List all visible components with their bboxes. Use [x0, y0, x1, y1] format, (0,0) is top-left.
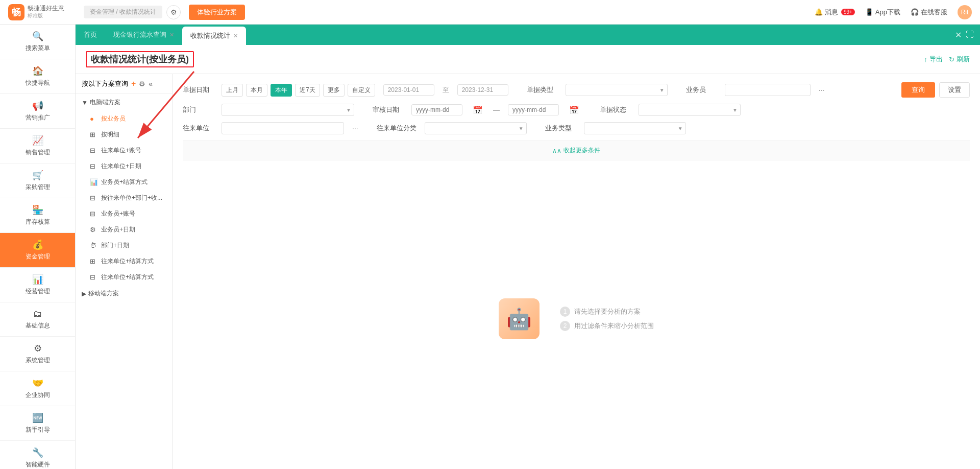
sidebar: 🔍 搜索菜单 🏠 快捷导航 📢 营销推广 📈 销售管理 🛒 采购管理 🏪 库存核… [0, 25, 76, 469]
sidebar-item-sales[interactable]: 📈 销售管理 [0, 129, 75, 163]
scheme-section-desktop[interactable]: ▼ 电脑端方案 [76, 94, 172, 111]
hint-text-0: 请先选择要分析的方案 [574, 307, 641, 316]
inventory-icon: 🏪 [32, 204, 43, 216]
sidebar-item-finance[interactable]: 💰 资金管理 [0, 233, 75, 268]
date-btn-this-year[interactable]: 本年 [271, 84, 292, 97]
date-to-input[interactable] [457, 84, 508, 96]
online-service-label: 在线客服 [921, 8, 947, 17]
set-button[interactable]: 设置 [939, 82, 970, 98]
partner-input[interactable] [222, 122, 344, 134]
top-nav-left: 资金管理 / 收款情况统计 ⚙ 体验行业方案 [84, 5, 815, 20]
scheme-item-icon-5: ⊟ [90, 194, 98, 202]
type-select[interactable] [566, 84, 668, 96]
tab-home[interactable]: 首页 [76, 25, 105, 45]
date-from-input[interactable] [383, 84, 434, 96]
refresh-label: 刷新 [957, 55, 970, 64]
scheme-item-6[interactable]: ⊟ 业务员+账号 [76, 206, 172, 222]
refresh-btn[interactable]: ↻ 刷新 [949, 55, 970, 64]
tab-receipt-close[interactable]: ✕ [233, 33, 238, 39]
robot-icon: 🤖 [499, 298, 540, 339]
status-select[interactable] [639, 104, 741, 116]
sidebar-item-inventory[interactable]: 🏪 库存核算 [0, 198, 75, 233]
scheme-item-icon-7: ⚙ [90, 226, 98, 233]
sidebar-item-enterprise[interactable]: 🤝 企业协同 [0, 371, 75, 406]
status-select-wrap: ▼ [639, 104, 741, 116]
scheme-section-mobile[interactable]: ▶ 移动端方案 [76, 285, 172, 302]
scheme-item-1[interactable]: ⊞ 按明细 [76, 127, 172, 143]
scheme-item-4[interactable]: 📊 业务员+结算方式 [76, 174, 172, 190]
partner-dots[interactable]: ··· [352, 124, 358, 132]
sidebar-item-operations[interactable]: 📊 经营管理 [0, 268, 75, 302]
tab-bank-close[interactable]: ✕ [169, 32, 174, 38]
date-btn-custom[interactable]: 自定义 [348, 84, 375, 97]
export-btn[interactable]: ↑ 导出 [924, 55, 943, 64]
scheme-item-8[interactable]: ⏱ 部门+日期 [76, 238, 172, 253]
partner-cat-select-wrap: ▼ [425, 122, 527, 134]
sidebar-guide-label: 新手引导 [26, 426, 50, 434]
scheme-item-3[interactable]: ⊟ 往来单位+日期 [76, 158, 172, 174]
type-select-wrap: ▼ [566, 84, 668, 96]
date-quick-group: 上月 本月 本年 近7天 更多 自定义 [222, 84, 375, 97]
basic-icon: 🗂 [33, 309, 42, 319]
avatar[interactable]: Rit [958, 5, 972, 19]
scheme-item-2[interactable]: ⊟ 往来单位+账号 [76, 143, 172, 158]
hint-num-1: 2 [560, 321, 570, 331]
date-btn-last-month[interactable]: 上月 [222, 84, 243, 97]
app-download-btn[interactable]: 📱 App下载 [865, 8, 900, 17]
scheme-item-9[interactable]: ⊞ 往来单位+结算方式 [76, 253, 172, 269]
sidebar-item-guide[interactable]: 🆕 新手引导 [0, 406, 75, 441]
date-btn-7days[interactable]: 近7天 [295, 84, 320, 97]
biz-type-select[interactable] [584, 122, 686, 134]
sidebar-item-quicknav[interactable]: 🏠 快捷导航 [0, 59, 75, 94]
sidebar-item-purchase[interactable]: 🛒 采购管理 [0, 163, 75, 198]
scheme-collapse-icon[interactable]: « [149, 80, 153, 88]
scheme-add-icon[interactable]: + [131, 79, 136, 88]
settings-icon[interactable]: ⚙ [166, 5, 181, 19]
sidebar-item-marketing[interactable]: 📢 营销推广 [0, 94, 75, 129]
salesman-dots[interactable]: ··· [819, 86, 825, 94]
sidebar-item-search[interactable]: 🔍 搜索菜单 [0, 25, 75, 59]
scheme-item-icon-9: ⊞ [90, 257, 98, 265]
phone-icon: 📱 [865, 8, 873, 16]
scheme-item-10[interactable]: ⊟ 往来单位+结算方式 [76, 269, 172, 285]
top-bar: 畅 畅捷通好生意 标准版 资金管理 / 收款情况统计 ⚙ 体验行业方案 🔔 消息… [0, 0, 980, 25]
date-btn-this-month[interactable]: 本月 [246, 84, 267, 97]
close-window-icon[interactable]: ✕ [955, 30, 962, 40]
main-layout: 🔍 搜索菜单 🏠 快捷导航 📢 营销推广 📈 销售管理 🛒 采购管理 🏪 库存核… [0, 25, 980, 469]
scheme-item-icon-8: ⏱ [90, 242, 98, 249]
maximize-icon[interactable]: ⛶ [966, 30, 974, 39]
salesman-input[interactable] [725, 84, 811, 96]
scheme-item-icon-3: ⊟ [90, 162, 98, 170]
scheme-item-label-1: 按明细 [101, 130, 119, 139]
query-button[interactable]: 查询 [901, 82, 935, 98]
scheme-gear-icon[interactable]: ⚙ [139, 80, 145, 88]
logo-area: 畅 畅捷通好生意 标准版 [8, 4, 84, 20]
date-btn-more[interactable]: 更多 [323, 84, 345, 97]
review-to-input[interactable] [508, 104, 559, 115]
tab-receipt[interactable]: 收款情况统计 ✕ [182, 27, 246, 45]
search-icon: 🔍 [32, 31, 43, 42]
sidebar-operations-label: 经营管理 [26, 287, 50, 296]
tab-bar-right: ✕ ⛶ [955, 30, 980, 40]
sidebar-system-label: 系统管理 [26, 356, 50, 365]
partner-cat-select[interactable] [425, 122, 527, 134]
dept-select[interactable] [222, 104, 354, 116]
scheme-item-7[interactable]: ⚙ 业务员+日期 [76, 222, 172, 238]
scheme-item-label-10: 往来单位+结算方式 [101, 273, 154, 282]
trial-button[interactable]: 体验行业方案 [189, 5, 245, 20]
tab-bank[interactable]: 现金银行流水查询 ✕ [105, 25, 182, 45]
top-right-area: 🔔 消息 99+ 📱 App下载 🎧 在线客服 Rit [815, 5, 972, 19]
sidebar-purchase-label: 采购管理 [26, 183, 50, 192]
sidebar-item-basic[interactable]: 🗂 基础信息 [0, 302, 75, 337]
sidebar-item-system[interactable]: ⚙ 系统管理 [0, 337, 75, 371]
sidebar-item-hardware[interactable]: 🔧 智能硬件 [0, 441, 75, 469]
scheme-item-5[interactable]: ⊟ 按往来单位+部门+收... [76, 190, 172, 206]
scheme-item-icon-6: ⊟ [90, 210, 98, 218]
sidebar-basic-label: 基础信息 [26, 321, 50, 330]
online-service-btn[interactable]: 🎧 在线客服 [911, 8, 947, 17]
collapse-bar[interactable]: ∧∧ 收起更多条件 [183, 140, 970, 160]
scheme-item-0[interactable]: ● 按业务员 [76, 111, 172, 127]
review-from-input[interactable] [411, 104, 462, 115]
messages-btn[interactable]: 🔔 消息 99+ [815, 8, 855, 17]
content-body: 按以下方案查询 + ⚙ « ▼ 电脑端方案 ● 按业务员 ⊞ 按明细 [76, 74, 980, 469]
